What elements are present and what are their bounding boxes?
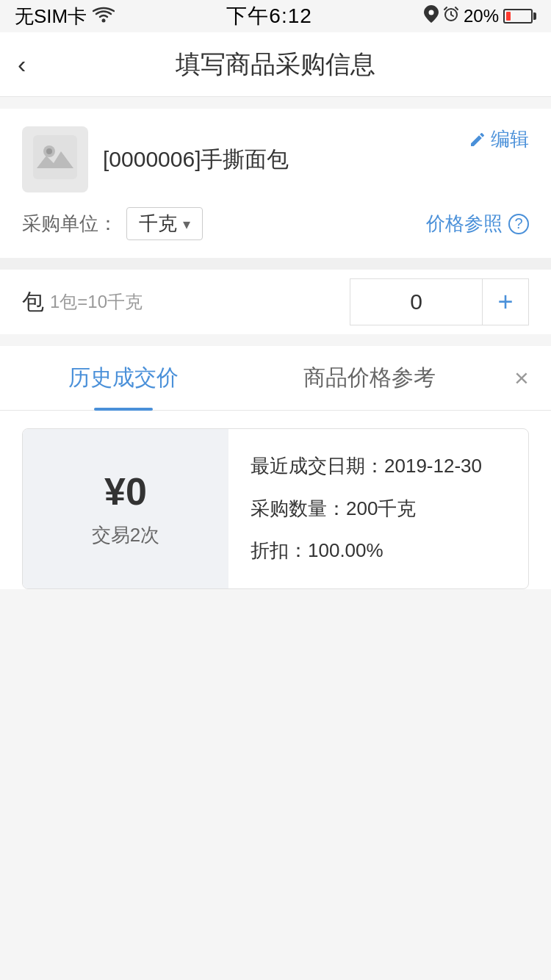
discount-label: 折扣：: [251, 539, 308, 561]
tab-history-price[interactable]: 历史成交价: [0, 346, 246, 411]
tabs-header: 历史成交价 商品价格参考 ×: [0, 346, 551, 411]
battery-percent: 20%: [464, 6, 499, 26]
status-left: 无SIM卡: [15, 4, 115, 29]
recent-date-value: 2019-12-30: [384, 455, 482, 477]
purchase-quantity-row: 采购数量：200千克: [251, 494, 506, 525]
tab-close-button[interactable]: ×: [492, 346, 551, 411]
unit-conversion: 1包=10千克: [50, 290, 143, 314]
quantity-plus-button[interactable]: +: [482, 278, 529, 325]
quantity-value: 0: [410, 289, 422, 314]
recent-date-label: 最近成交日期：: [251, 455, 384, 477]
edit-button[interactable]: 编辑: [469, 126, 529, 152]
chevron-down-icon: ▾: [183, 215, 190, 233]
history-price-value: ¥0: [104, 469, 147, 514]
status-right: 20%: [424, 5, 536, 27]
history-detail-panel: 最近成交日期：2019-12-30 采购数量：200千克 折扣：100.00%: [228, 429, 528, 588]
nav-bar: ‹ 填写商品采购信息: [0, 32, 551, 97]
unit-dropdown[interactable]: 千克 ▾: [126, 207, 203, 240]
purchase-quantity-value: 200千克: [346, 497, 416, 519]
price-amount: 0: [126, 470, 147, 513]
battery-icon: [503, 9, 536, 24]
purchase-quantity-label: 采购数量：: [251, 497, 346, 519]
history-trades-count: 交易2次: [92, 522, 159, 548]
product-name: [0000006]手撕面包: [103, 145, 289, 175]
status-bar: 无SIM卡 下午6:12 20%: [0, 0, 551, 32]
quantity-controls: 0 +: [350, 278, 529, 325]
unit-selector-group: 采购单位： 千克 ▾: [22, 207, 203, 240]
main-background: [0, 607, 551, 980]
unit-name: 包: [22, 287, 44, 317]
product-info: [0000006]手撕面包: [22, 126, 289, 192]
currency-symbol: ¥: [104, 470, 126, 513]
quantity-input[interactable]: 0: [350, 278, 482, 325]
price-reference-button[interactable]: 价格参照 ?: [426, 211, 529, 237]
quantity-unit-info: 包 1包=10千克: [22, 287, 143, 317]
quantity-section: 包 1包=10千克 0 +: [0, 270, 551, 334]
back-button[interactable]: ‹: [18, 50, 26, 79]
tab-history-label: 历史成交价: [68, 363, 179, 393]
svg-rect-3: [33, 135, 77, 179]
tab-price-ref-label: 商品价格参考: [303, 363, 436, 393]
page-title: 填写商品采购信息: [176, 48, 375, 82]
tabs-section: 历史成交价 商品价格参考 × ¥0 交易2次 最近成交日期：2019-12-30…: [0, 346, 551, 589]
product-unit-row: 采购单位： 千克 ▾ 价格参照 ?: [22, 207, 529, 240]
product-image: [22, 126, 88, 192]
tab-active-indicator: [94, 408, 153, 411]
alarm-icon: [443, 6, 459, 26]
location-icon: [424, 5, 439, 27]
edit-label: 编辑: [491, 126, 529, 152]
unit-label: 采购单位：: [22, 211, 118, 237]
price-ref-label: 价格参照: [426, 211, 503, 237]
svg-point-5: [46, 148, 52, 154]
unit-value: 千克: [139, 211, 177, 237]
history-price-panel: ¥0 交易2次: [23, 429, 228, 588]
recent-date-row: 最近成交日期：2019-12-30: [251, 451, 506, 482]
status-time: 下午6:12: [226, 2, 312, 30]
carrier-label: 无SIM卡: [15, 4, 87, 29]
discount-value: 100.00%: [308, 539, 383, 561]
wifi-icon: [93, 5, 115, 28]
price-ref-info-icon: ?: [508, 214, 529, 234]
section-divider: [0, 258, 551, 270]
product-section: [0000006]手撕面包 编辑 采购单位： 千克 ▾ 价格参照 ?: [0, 109, 551, 258]
svg-point-0: [102, 18, 106, 22]
product-header: [0000006]手撕面包 编辑: [22, 126, 529, 192]
history-card: ¥0 交易2次 最近成交日期：2019-12-30 采购数量：200千克 折扣：…: [22, 428, 529, 589]
product-image-placeholder: [33, 135, 77, 184]
svg-point-1: [428, 10, 433, 15]
tab-price-reference[interactable]: 商品价格参考: [246, 346, 492, 411]
discount-row: 折扣：100.00%: [251, 536, 506, 566]
